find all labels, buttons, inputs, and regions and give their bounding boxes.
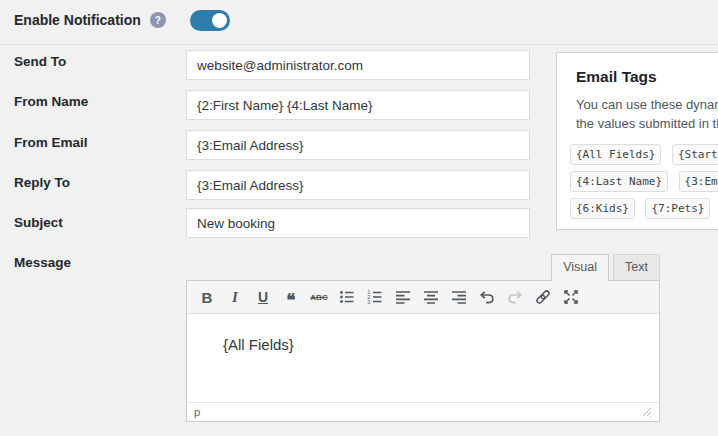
email-tag-pets[interactable]: {7:Pets} [645, 198, 710, 219]
editor-content[interactable]: {All Fields} [187, 314, 659, 402]
fullscreen-button[interactable] [557, 285, 585, 309]
description-line-1: You can use these dynamic ta [576, 97, 718, 112]
from-name-input[interactable] [186, 90, 530, 120]
tag-row: {4:Last Name} {3:Ema [570, 171, 718, 192]
bold-icon: B [202, 289, 213, 306]
numbered-list-icon: 1 2 3 [366, 288, 384, 306]
align-right-icon [450, 288, 468, 306]
fullscreen-icon [562, 288, 580, 306]
tab-text[interactable]: Text [613, 254, 660, 280]
email-tags-description: You can use these dynamic ta the values … [576, 95, 718, 133]
italic-button[interactable]: I [221, 285, 249, 309]
email-tags-title: Email Tags [576, 68, 718, 86]
email-tags-panel: Email Tags You can use these dynamic ta … [556, 52, 718, 230]
send-to-label: Send To [14, 54, 66, 69]
enable-notification-toggle[interactable] [190, 10, 230, 31]
subject-input[interactable] [186, 208, 530, 238]
blockquote-button[interactable]: ❝ [277, 285, 305, 309]
align-right-button[interactable] [445, 285, 473, 309]
editor-path[interactable]: p [194, 406, 200, 418]
email-tag-last-name[interactable]: {4:Last Name} [570, 171, 668, 192]
redo-icon [506, 288, 524, 306]
email-tag-start[interactable]: {Start [672, 144, 718, 165]
tag-row: {6:Kids} {7:Pets} { [570, 198, 718, 219]
email-tag-kids[interactable]: {6:Kids} [570, 198, 635, 219]
from-name-label: From Name [14, 94, 88, 109]
bulleted-list-button[interactable] [333, 285, 361, 309]
tab-visual[interactable]: Visual [551, 254, 609, 281]
editor-container: B I U ❝ ABC 1 2 3 [186, 280, 660, 422]
reply-to-label: Reply To [14, 175, 70, 190]
toggle-knob [212, 13, 227, 28]
email-tag-all-fields[interactable]: {All Fields} [570, 144, 661, 165]
enable-notification-row: Enable Notification ? [14, 12, 166, 28]
resize-handle[interactable] [642, 407, 652, 417]
subject-label: Subject [14, 215, 63, 230]
tag-row: {All Fields} {Start [570, 144, 718, 165]
help-icon[interactable]: ? [150, 12, 166, 28]
link-button[interactable] [529, 285, 557, 309]
enable-notification-label: Enable Notification [14, 12, 141, 28]
strikethrough-icon: ABC [310, 293, 327, 302]
reply-to-input[interactable] [186, 170, 530, 200]
message-editor: Visual Text B I U ❝ ABC 1 2 3 [186, 255, 660, 422]
link-icon [534, 288, 552, 306]
underline-icon: U [258, 289, 268, 305]
bold-button[interactable]: B [193, 285, 221, 309]
email-tag-email[interactable]: {3:Ema [679, 171, 718, 192]
redo-button[interactable] [501, 285, 529, 309]
from-email-label: From Email [14, 135, 88, 150]
strikethrough-button[interactable]: ABC [305, 285, 333, 309]
align-center-button[interactable] [417, 285, 445, 309]
svg-text:3: 3 [367, 299, 370, 305]
editor-toolbar: B I U ❝ ABC 1 2 3 [187, 281, 659, 314]
undo-icon [478, 288, 496, 306]
align-left-button[interactable] [389, 285, 417, 309]
row-divider [0, 44, 718, 45]
bulleted-list-icon [338, 288, 356, 306]
italic-icon: I [232, 289, 238, 306]
underline-button[interactable]: U [249, 285, 277, 309]
send-to-input[interactable] [186, 50, 530, 80]
resize-grip-icon [642, 407, 652, 417]
undo-button[interactable] [473, 285, 501, 309]
numbered-list-button[interactable]: 1 2 3 [361, 285, 389, 309]
align-center-icon [422, 288, 440, 306]
blockquote-icon: ❝ [286, 288, 295, 306]
align-left-icon [394, 288, 412, 306]
from-email-input[interactable] [186, 130, 530, 160]
description-line-2: the values submitted in the f [576, 116, 718, 131]
message-label: Message [14, 255, 71, 270]
editor-statusbar: p [187, 402, 659, 421]
editor-tabs: Visual Text [186, 255, 660, 280]
email-tag-list: {All Fields} {Start {4:Last Name} {3:Ema… [570, 144, 718, 219]
